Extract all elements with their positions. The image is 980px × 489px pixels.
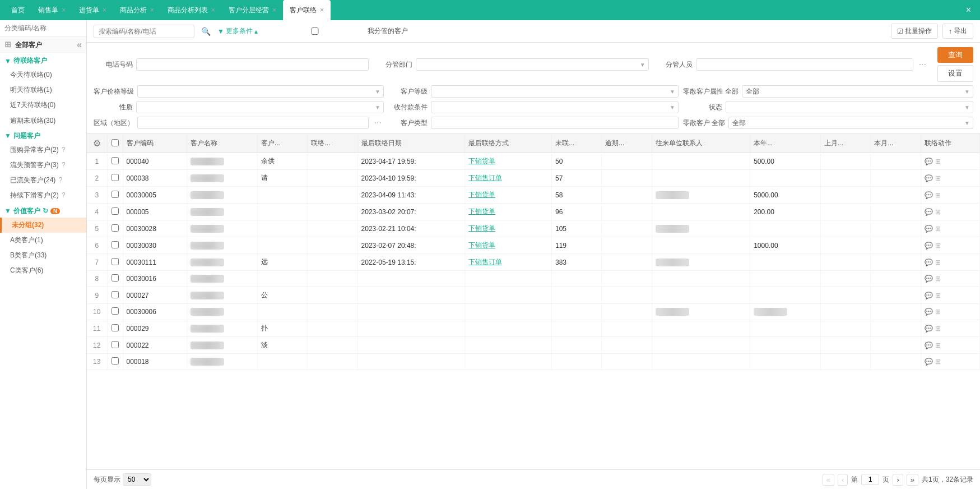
more-action-icon[interactable]: ⊞	[935, 242, 941, 250]
cell-checkbox[interactable]	[107, 187, 123, 204]
more-icon[interactable]: ···	[372, 118, 384, 128]
more-action-icon[interactable]: ⊞	[935, 259, 941, 266]
last-page-button[interactable]: »	[907, 474, 918, 486]
query-button[interactable]: 查询	[937, 47, 973, 63]
filter-manager-input[interactable]	[696, 58, 913, 71]
row-checkbox[interactable]	[112, 157, 119, 164]
more-action-icon[interactable]: ⊞	[935, 275, 941, 283]
row-checkbox[interactable]	[112, 274, 119, 282]
chat-icon[interactable]: 💬	[925, 191, 933, 199]
more-action-icon[interactable]: ⊞	[935, 191, 941, 199]
more-action-icon[interactable]: ⊞	[935, 158, 941, 165]
row-checkbox[interactable]	[112, 357, 119, 365]
more-action-icon[interactable]: ⊞	[935, 325, 941, 333]
sidebar-item-unassigned[interactable]: 未分组(32)	[0, 218, 86, 233]
row-checkbox[interactable]	[112, 224, 119, 232]
cell-checkbox[interactable]	[107, 237, 123, 254]
close-icon[interactable]: ×	[62, 6, 66, 14]
filter-price-tier-select[interactable]	[137, 85, 384, 98]
chat-icon[interactable]: 💬	[925, 174, 933, 182]
sidebar-item-churn-warning[interactable]: 流失预警客户(3) ?	[0, 158, 86, 173]
last-method-link[interactable]: 下销货单	[468, 241, 495, 249]
cell-checkbox[interactable]	[107, 271, 123, 287]
last-method-link[interactable]: 下销售订单	[468, 258, 502, 266]
close-icon[interactable]: ×	[150, 6, 154, 14]
cell-checkbox[interactable]	[107, 153, 123, 170]
cell-checkbox[interactable]	[107, 337, 123, 354]
close-icon[interactable]: ×	[272, 6, 276, 14]
chat-icon[interactable]: 💬	[925, 292, 933, 299]
close-icon[interactable]: ×	[320, 6, 324, 14]
chat-icon[interactable]: 💬	[925, 158, 933, 165]
cell-checkbox[interactable]	[107, 204, 123, 220]
cell-checkbox[interactable]	[107, 354, 123, 370]
chat-icon[interactable]: 💬	[925, 308, 933, 316]
row-checkbox[interactable]	[112, 174, 119, 181]
last-method-link[interactable]: 下销货单	[468, 191, 495, 199]
last-method-link[interactable]: 下销货单	[468, 207, 495, 215]
more-action-icon[interactable]: ⊞	[935, 225, 941, 233]
last-method-link[interactable]: 下销货单	[468, 157, 495, 165]
filter-customer-tier-select[interactable]	[431, 85, 679, 98]
group-pending-contact[interactable]: ▼ 待联络客户	[0, 53, 86, 67]
row-checkbox[interactable]	[112, 241, 119, 248]
sidebar-item-churned[interactable]: 已流失客户(24) ?	[0, 173, 86, 188]
page-number-input[interactable]	[861, 474, 879, 485]
reset-button[interactable]: 设置	[937, 65, 973, 82]
cell-checkbox[interactable]	[107, 254, 123, 271]
filter-phone-input[interactable]	[136, 58, 369, 71]
more-icon[interactable]: ···	[917, 59, 928, 70]
filter-payment-select[interactable]	[431, 101, 679, 113]
row-checkbox[interactable]	[112, 307, 119, 315]
col-gear[interactable]: ⚙	[87, 134, 107, 153]
sidebar-search-input[interactable]	[4, 24, 87, 32]
gear-icon[interactable]: ⚙	[93, 139, 101, 148]
tab-purchase-order[interactable]: 进货单 ×	[72, 0, 113, 20]
tab-product-analysis-list[interactable]: 商品分析列表 ×	[161, 0, 222, 20]
chat-icon[interactable]: 💬	[925, 325, 933, 333]
search-input[interactable]	[94, 25, 194, 38]
cell-checkbox[interactable]	[107, 287, 123, 304]
sidebar-item-class-a[interactable]: A类客户(1)	[0, 233, 86, 248]
sidebar-item-7day-pending[interactable]: 近7天待联络(0)	[0, 98, 86, 113]
sidebar-item-class-b[interactable]: B类客户(33)	[0, 248, 86, 263]
group-problem-customers[interactable]: ▼ 问题客户	[0, 128, 86, 142]
row-checkbox[interactable]	[112, 324, 119, 331]
chat-icon[interactable]: 💬	[925, 242, 933, 250]
select-all-checkbox[interactable]	[112, 139, 119, 146]
my-customers-filter[interactable]: 我分管的客户	[264, 26, 408, 36]
search-icon[interactable]: 🔍	[201, 27, 211, 36]
row-checkbox[interactable]	[112, 191, 119, 198]
my-customers-checkbox[interactable]	[264, 27, 365, 35]
per-page-select[interactable]: 20 50 100	[123, 473, 151, 486]
col-checkbox-header[interactable]	[107, 134, 123, 153]
filter-retail-select[interactable]: 全部	[728, 117, 973, 129]
tab-customer-contact[interactable]: 客户联络 ×	[283, 0, 331, 20]
more-action-icon[interactable]: ⊞	[935, 292, 941, 299]
cell-checkbox[interactable]	[107, 170, 123, 187]
first-page-button[interactable]: «	[823, 474, 834, 486]
sidebar-item-class-c[interactable]: C类客户(6)	[0, 263, 86, 278]
chat-icon[interactable]: 💬	[925, 275, 933, 283]
cell-checkbox[interactable]	[107, 320, 123, 337]
filter-region-input[interactable]	[137, 117, 369, 129]
more-action-icon[interactable]: ⊞	[935, 342, 941, 349]
tab-home[interactable]: 首页	[4, 0, 31, 20]
filter-dept-select[interactable]	[416, 58, 648, 71]
cell-checkbox[interactable]	[107, 220, 123, 237]
more-action-icon[interactable]: ⊞	[935, 358, 941, 366]
sidebar-item-tomorrow-pending[interactable]: 明天待联络(1)	[0, 82, 86, 98]
sidebar-item-today-pending[interactable]: 今天待联络(0)	[0, 67, 86, 82]
chat-icon[interactable]: 💬	[925, 358, 933, 366]
more-filters-button[interactable]: ▼ 更多条件 ▴	[217, 26, 258, 36]
close-icon[interactable]: ×	[103, 6, 106, 14]
cell-checkbox[interactable]	[107, 304, 123, 320]
row-checkbox[interactable]	[112, 341, 119, 348]
sidebar-item-declining[interactable]: 持续下滑客户(2) ?	[0, 188, 86, 203]
next-page-button[interactable]: ›	[893, 474, 903, 486]
chat-icon[interactable]: 💬	[925, 342, 933, 349]
last-method-link[interactable]: 下销货单	[468, 224, 495, 232]
more-action-icon[interactable]: ⊞	[935, 174, 941, 182]
close-all-button[interactable]: ×	[962, 5, 976, 15]
filter-status-select[interactable]	[726, 101, 973, 113]
